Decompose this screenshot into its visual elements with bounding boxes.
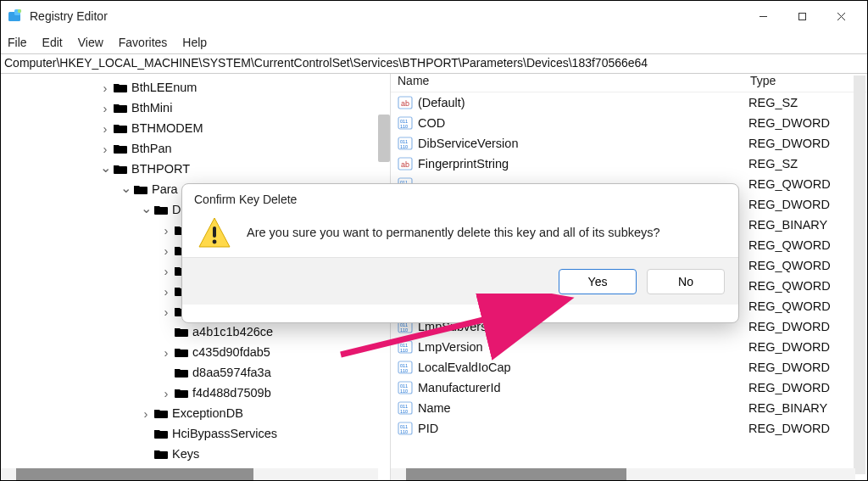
tree-hscroll-thumb[interactable] <box>16 468 253 480</box>
menu-edit[interactable]: Edit <box>42 36 63 49</box>
chevron-right-icon[interactable] <box>160 264 172 278</box>
value-row[interactable]: CODREG_DWORD <box>391 113 867 133</box>
value-type: REG_QWORD <box>745 238 867 252</box>
reg-binary-icon <box>398 400 413 416</box>
value-row[interactable]: LocalEvaldIoCapREG_DWORD <box>391 357 867 378</box>
value-row[interactable]: FingerprintStringREG_SZ <box>391 154 867 174</box>
tree-item-label: a4b1c1b426ce <box>192 325 273 338</box>
value-type: REG_DWORD <box>745 361 867 374</box>
chevron-right-icon[interactable] <box>99 121 111 136</box>
tree-item[interactable]: BTHMODEM <box>1 118 390 138</box>
value-name: LocalEvaldIoCap <box>418 361 745 374</box>
chevron-right-icon[interactable] <box>160 345 172 360</box>
value-type: REG_QWORD <box>745 299 867 313</box>
value-row[interactable]: ManufacturerIdREG_DWORD <box>391 378 867 398</box>
list-hscroll-thumb[interactable] <box>406 468 626 480</box>
menu-favorites[interactable]: Favorites <box>119 36 168 49</box>
dialog-title: Confirm Key Delete <box>182 184 738 211</box>
list-hscroll[interactable] <box>391 468 855 480</box>
folder-icon <box>113 163 128 175</box>
folder-icon <box>174 387 189 399</box>
value-name: (Default) <box>418 96 745 109</box>
tree-hscroll[interactable] <box>1 468 378 480</box>
tree-item-label: BTHPORT <box>131 162 190 176</box>
reg-binary-icon <box>398 360 413 375</box>
value-row[interactable]: DibServiceVersionREG_DWORD <box>391 133 867 154</box>
value-type: REG_DWORD <box>745 198 867 211</box>
menu-help[interactable]: Help <box>182 36 207 49</box>
yes-button[interactable]: Yes <box>559 269 637 294</box>
folder-icon <box>153 407 169 419</box>
value-row[interactable]: NameREG_BINARY <box>391 398 867 418</box>
chevron-right-icon[interactable] <box>99 142 111 156</box>
minimize-button[interactable] <box>743 1 782 31</box>
app-icon <box>8 8 23 24</box>
value-row[interactable]: (Default)REG_SZ <box>391 92 867 113</box>
tree-item-label: c435d90fdab5 <box>192 345 270 359</box>
folder-icon <box>133 183 148 195</box>
value-type: REG_DWORD <box>745 320 867 333</box>
no-button[interactable]: No <box>647 269 725 294</box>
confirm-delete-dialog: Confirm Key Delete Are you sure you want… <box>181 183 739 323</box>
value-name: Name <box>418 401 745 415</box>
value-type: REG_QWORD <box>745 279 867 293</box>
reg-binary-icon <box>398 115 413 131</box>
chevron-right-icon[interactable] <box>99 81 111 95</box>
address-bar[interactable]: Computer\HKEY_LOCAL_MACHINE\SYSTEM\Curre… <box>1 53 867 74</box>
tree-item-label: BthLEEnum <box>131 81 197 94</box>
col-type[interactable]: Type <box>747 74 867 92</box>
folder-icon <box>113 81 128 93</box>
tree-item[interactable]: HciBypassServices <box>1 423 390 444</box>
reg-binary-icon <box>398 136 413 151</box>
chevron-down-icon[interactable] <box>120 182 131 198</box>
value-row[interactable]: PIDREG_DWORD <box>391 418 867 439</box>
list-header: Name Type <box>391 74 867 92</box>
tree-item[interactable]: c435d90fdab5 <box>1 342 390 362</box>
value-row[interactable]: LmpVersionREG_DWORD <box>391 337 867 357</box>
value-type: REG_DWORD <box>745 422 867 435</box>
chevron-right-icon[interactable] <box>99 101 111 115</box>
titlebar: Registry Editor <box>1 1 867 31</box>
tree-scrollbar-thumb[interactable] <box>378 115 390 162</box>
window-title: Registry Editor <box>30 9 743 23</box>
tree-item-label: BthMini <box>131 101 172 115</box>
chevron-right-icon[interactable] <box>160 284 172 299</box>
value-name: COD <box>418 116 745 130</box>
folder-icon <box>153 204 169 215</box>
list-scrollbar-track[interactable] <box>854 76 865 474</box>
chevron-down-icon[interactable] <box>140 202 152 218</box>
tree-item-label: f4d488d7509b <box>192 386 271 400</box>
folder-icon <box>113 143 128 154</box>
chevron-right-icon[interactable] <box>160 305 172 319</box>
value-name: ManufacturerId <box>418 381 745 394</box>
tree-item[interactable]: BTHPORT <box>1 159 390 179</box>
tree-item[interactable]: a4b1c1b426ce <box>1 322 390 342</box>
value-type: REG_BINARY <box>745 218 867 232</box>
tree-item[interactable]: BthPan <box>1 138 390 159</box>
reg-binary-icon <box>398 380 413 395</box>
col-name[interactable]: Name <box>391 74 747 92</box>
chevron-right-icon[interactable] <box>160 223 172 238</box>
reg-binary-icon <box>398 339 413 355</box>
value-name: PID <box>418 422 745 435</box>
maximize-button[interactable] <box>782 1 821 31</box>
tree-item[interactable]: BthLEEnum <box>1 77 390 98</box>
tree-item[interactable]: d8aa5974fa3a <box>1 362 390 383</box>
menu-file[interactable]: File <box>8 36 27 49</box>
chevron-down-icon[interactable] <box>99 161 111 177</box>
tree-item-label: Para <box>152 182 178 196</box>
menu-view[interactable]: View <box>78 36 103 49</box>
tree-item-label: HciBypassServices <box>172 427 277 440</box>
chevron-right-icon[interactable] <box>160 243 172 258</box>
close-button[interactable] <box>821 1 860 31</box>
folder-icon <box>153 428 169 439</box>
value-name: FingerprintString <box>418 157 745 171</box>
tree-item[interactable]: Keys <box>1 444 390 464</box>
menu-bar: File Edit View Favorites Help <box>1 31 867 53</box>
chevron-right-icon[interactable] <box>140 406 152 421</box>
tree-item[interactable]: ExceptionDB <box>1 403 390 423</box>
chevron-right-icon[interactable] <box>160 386 172 400</box>
warning-icon <box>198 216 231 249</box>
tree-item[interactable]: f4d488d7509b <box>1 383 390 403</box>
tree-item[interactable]: BthMini <box>1 98 390 118</box>
